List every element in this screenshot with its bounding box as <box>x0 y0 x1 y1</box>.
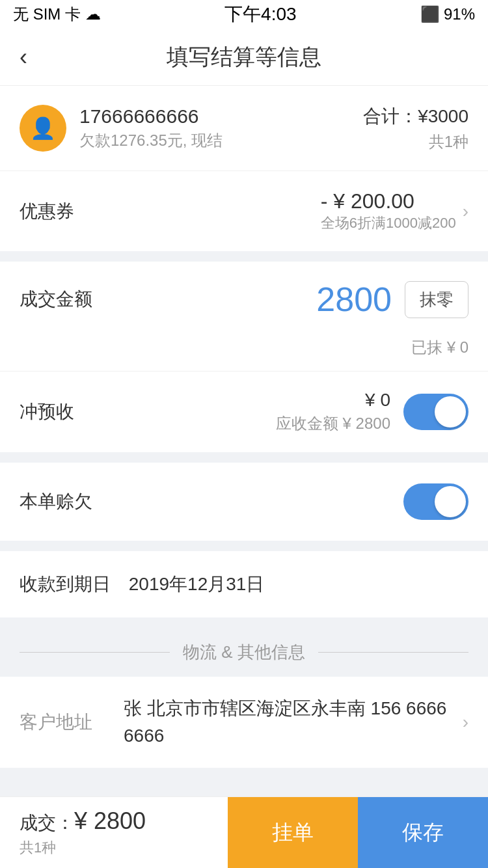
coupon-right: - ¥ 200.00 全场6折满1000减200 › <box>321 189 468 233</box>
address-row[interactable]: 客户地址 张 北京市市辖区海淀区永丰南 156 6666 6666 › <box>0 677 488 768</box>
prepay-values: ¥ 0 应收金额 ¥ 2800 <box>276 390 390 434</box>
address-section: 客户地址 张 北京市市辖区海淀区永丰南 156 6666 6666 › <box>0 677 488 768</box>
arrears-section: 本单赊欠 <box>0 463 488 541</box>
prepay-right: ¥ 0 应收金额 ¥ 2800 <box>276 390 468 434</box>
status-bar: 无 SIM 卡 ☁ 下午4:03 ⬛ 91% <box>0 0 488 29</box>
amount-section: 成交金额 2800 抹零 已抹 ¥ 0 冲预收 ¥ 0 应收金额 ¥ 2800 <box>0 262 488 452</box>
prepay-label: 冲预收 <box>20 400 74 424</box>
arrears-toggle[interactable] <box>403 483 468 520</box>
logistics-text: 物流 & 其他信息 <box>183 641 305 664</box>
amount-value: 2800 <box>316 280 392 319</box>
coupon-label: 优惠券 <box>20 199 74 224</box>
arrears-label: 本单赊欠 <box>20 489 92 514</box>
duedate-value: 2019年12月31日 <box>129 574 265 594</box>
customer-name: 17666666666 <box>79 105 223 128</box>
address-chevron-icon: › <box>463 712 468 733</box>
bottom-count: 共1种 <box>20 838 208 858</box>
round-zero-button[interactable]: 抹零 <box>405 281 468 318</box>
bottom-summary: 成交：¥ 2800 共1种 <box>0 807 228 858</box>
sim-status: 无 SIM 卡 ☁ <box>13 4 101 25</box>
duedate-section: 收款到期日 2019年12月31日 <box>0 551 488 617</box>
address-value: 张 北京市市辖区海淀区永丰南 156 6666 6666 <box>124 695 450 750</box>
coupon-chevron-icon: › <box>463 201 468 222</box>
bottom-buttons: 挂单 保存 <box>228 797 488 868</box>
duedate-label: 收款到期日 <box>20 574 111 594</box>
customer-left: 👤 17666666666 欠款1276.35元, 现结 <box>20 105 223 152</box>
back-button[interactable]: ‹ <box>20 44 27 71</box>
avatar: 👤 <box>20 105 66 152</box>
coupon-desc: 全场6折满1000减200 <box>321 213 456 233</box>
amount-row: 成交金额 2800 抹零 <box>0 262 488 337</box>
status-time: 下午4:03 <box>224 2 297 27</box>
save-button[interactable]: 保存 <box>358 797 488 868</box>
amount-right: 2800 抹零 <box>316 280 468 319</box>
amount-sub: 已抹 ¥ 0 <box>0 337 488 371</box>
customer-row: 👤 17666666666 欠款1276.35元, 现结 合计：¥3000 共1… <box>0 86 488 171</box>
coupon-row[interactable]: 优惠券 - ¥ 200.00 全场6折满1000减200 › <box>0 171 488 251</box>
prepay-amount: ¥ 0 <box>276 390 390 411</box>
page-title: 填写结算等信息 <box>167 42 321 72</box>
battery-percent: 91% <box>444 5 475 23</box>
battery-icon: ⬛ <box>420 5 440 23</box>
amount-label: 成交金额 <box>20 287 92 312</box>
customer-section: 👤 17666666666 欠款1276.35元, 现结 合计：¥3000 共1… <box>0 86 488 251</box>
duedate-row: 收款到期日 2019年12月31日 <box>0 551 488 617</box>
address-label: 客户地址 <box>20 710 111 735</box>
bottom-deal-label: 成交： <box>20 813 74 833</box>
customer-total: 合计：¥3000 <box>363 104 468 129</box>
bottom-deal-value: ¥ 2800 <box>74 807 146 834</box>
prepay-sub: 应收金额 ¥ 2800 <box>276 413 390 434</box>
bottom-deal: 成交：¥ 2800 <box>20 807 208 835</box>
customer-count: 共1种 <box>363 131 468 152</box>
hang-button[interactable]: 挂单 <box>228 797 358 868</box>
nav-bar: ‹ 填写结算等信息 <box>0 29 488 86</box>
logistics-divider: 物流 & 其他信息 <box>0 628 488 677</box>
status-right: ⬛ 91% <box>420 5 475 23</box>
status-left: 无 SIM 卡 ☁ <box>13 4 101 25</box>
avatar-icon: 👤 <box>30 116 56 141</box>
customer-right: 合计：¥3000 共1种 <box>363 104 468 152</box>
bottom-bar: 成交：¥ 2800 共1种 挂单 保存 <box>0 796 488 868</box>
prepay-toggle[interactable] <box>403 394 468 430</box>
prepay-row: 冲预收 ¥ 0 应收金额 ¥ 2800 <box>0 371 488 452</box>
customer-info: 17666666666 欠款1276.35元, 现结 <box>79 105 223 151</box>
arrears-row: 本单赊欠 <box>0 463 488 541</box>
customer-sub: 欠款1276.35元, 现结 <box>79 130 223 151</box>
coupon-amount: - ¥ 200.00 <box>321 189 456 213</box>
